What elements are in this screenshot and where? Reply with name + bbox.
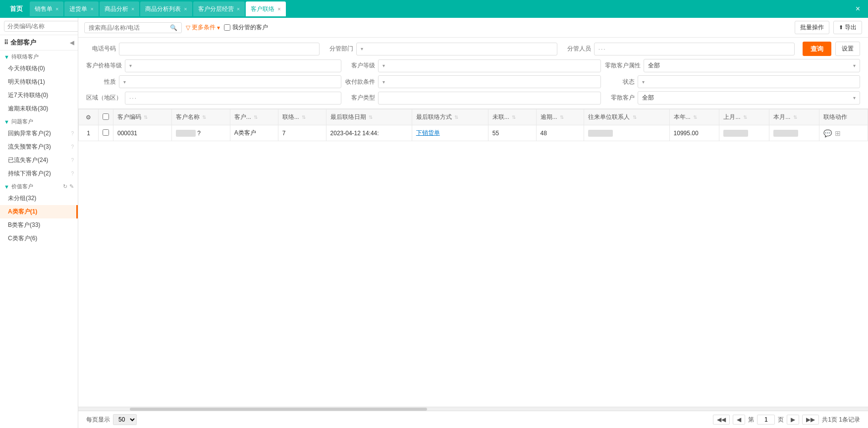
sidebar-item-overdue[interactable]: 逾期未联络(30) <box>0 102 78 115</box>
sidebar-item-lost-label: 已流失客户(24) <box>8 156 48 164</box>
problem-group-label: 问题客户 <box>11 118 33 125</box>
filter-price-level-input[interactable]: ▾ <box>125 59 341 72</box>
select-all-checkbox[interactable] <box>103 113 109 120</box>
filter-status-input[interactable]: ▾ <box>638 75 860 88</box>
sort-icon: ⇅ <box>512 114 516 120</box>
filter-region-input[interactable]: ··· <box>125 92 341 105</box>
th-unit-contact[interactable]: 往来单位联系人 ⇅ <box>584 109 669 125</box>
td-last-contact-method[interactable]: 下销货单 <box>412 125 488 141</box>
nav-tab-customer-contact-label: 客户联络 <box>251 5 274 13</box>
main-layout: 🔍 ⠿ 全部客户 ◀ ▼ 待联络客户 今天待联络(0) 明天待联络(1) 近7天… <box>0 18 868 428</box>
last-contact-method-link[interactable]: 下销货单 <box>416 129 440 136</box>
sidebar-item-b-class-label: B类客户(33) <box>8 221 40 229</box>
close-icon[interactable]: × <box>131 6 134 12</box>
th-action-label: 联络动作 <box>823 113 847 120</box>
refresh-icon[interactable]: ↻ <box>63 183 67 190</box>
sort-icon: ⇅ <box>254 114 258 120</box>
sidebar-item-overdue-label: 逾期未联络(30) <box>8 105 48 113</box>
th-this-month[interactable]: 本月... ⇅ <box>769 109 819 125</box>
my-customers-checkbox[interactable] <box>224 24 230 31</box>
this-month-blurred <box>773 130 798 137</box>
th-category[interactable]: 客户... ⇅ <box>230 109 278 125</box>
filter-nature-label: 性质 <box>86 78 116 86</box>
settings-icon[interactable]: ⚙ <box>86 114 91 121</box>
sidebar-item-c-class[interactable]: C类客户(6) <box>0 232 78 245</box>
filter-search-input[interactable] <box>89 24 168 31</box>
nav-tab-analysis-list[interactable]: 商品分析列表 × <box>140 1 192 16</box>
sidebar-item-loss-warning[interactable]: 流失预警客户(3) ? <box>0 140 78 154</box>
th-overdue[interactable]: 逾期... ⇅ <box>536 109 584 125</box>
last-page-button[interactable]: ▶▶ <box>802 415 819 425</box>
filter-customer-level-input[interactable]: ▾ <box>378 59 600 72</box>
sidebar-search-input[interactable] <box>4 21 78 32</box>
settings-button[interactable]: 设置 <box>835 42 860 56</box>
close-icon[interactable]: × <box>90 6 93 12</box>
data-table-wrap: ⚙ 客户编码 ⇅ 客户名称 ⇅ <box>78 109 868 407</box>
query-button[interactable]: 查询 <box>803 42 831 56</box>
horizontal-scrollbar[interactable] <box>78 407 868 411</box>
sidebar-item-repurchase[interactable]: 回购异常客户(2) ? <box>0 127 78 140</box>
th-last-contact-date[interactable]: 最后联络日期 ⇅ <box>326 109 412 125</box>
export-label: 导出 <box>845 23 857 32</box>
sidebar-item-lost[interactable]: 已流失客户(24) ? <box>0 154 78 167</box>
filter-person-input[interactable]: ··· <box>594 43 795 55</box>
filter-customer-type-input[interactable] <box>378 92 600 105</box>
filter-zero-retail-attr: 零散客户属性 全部 ▾ <box>605 59 860 72</box>
nav-tab-customer-tier[interactable]: 客户分层经营 × <box>193 1 245 16</box>
filter-zero-retail-input[interactable]: 全部 ▾ <box>638 91 860 105</box>
th-this-year[interactable]: 本年... ⇅ <box>669 109 719 125</box>
close-icon[interactable]: × <box>55 6 58 12</box>
th-code[interactable]: 客户编码 ⇅ <box>113 109 172 125</box>
edit-icon[interactable]: ✎ <box>69 183 74 190</box>
sidebar-item-b-class[interactable]: B类客户(33) <box>0 218 78 232</box>
first-page-button[interactable]: ◀◀ <box>713 415 730 425</box>
arrow-icon: ▾ <box>853 95 856 101</box>
th-last-contact-method[interactable]: 最后联络方式 ⇅ <box>412 109 488 125</box>
prev-page-button[interactable]: ◀ <box>733 415 745 425</box>
sidebar-item-unclassified[interactable]: 未分组(32) <box>0 192 78 205</box>
sidebar-all-customers[interactable]: ⠿ 全部客户 ◀ <box>0 35 78 51</box>
close-icon[interactable]: × <box>237 6 240 12</box>
filter-zero-retail-attr-input[interactable]: 全部 ▾ <box>644 59 860 72</box>
nav-tab-purchase[interactable]: 进货单 × <box>64 1 98 16</box>
message-icon[interactable]: 💬 <box>823 129 832 137</box>
more-conditions-button[interactable]: ▽ 更多条件 ▾ <box>186 23 220 32</box>
th-no-contact[interactable]: 未联... ⇅ <box>488 109 536 125</box>
close-icon[interactable]: × <box>277 6 280 12</box>
scrollbar-thumb[interactable] <box>130 408 427 411</box>
th-name[interactable]: 客户名称 ⇅ <box>171 109 230 125</box>
filter-phone-input[interactable] <box>119 43 320 55</box>
close-icon[interactable]: × <box>184 6 187 12</box>
filter-dept-input[interactable]: ▾ <box>356 43 557 55</box>
sidebar-item-7days[interactable]: 近7天待联络(0) <box>0 89 78 102</box>
th-last-month[interactable]: 上月... ⇅ <box>719 109 769 125</box>
filter-payment-input[interactable]: ▾ <box>378 75 600 88</box>
search-icon[interactable]: 🔍 <box>170 24 177 31</box>
grid-icon[interactable]: ⊞ <box>835 129 841 137</box>
arrow-icon: ▾ <box>361 46 363 52</box>
nav-home[interactable]: 首页 <box>4 0 29 18</box>
batch-op-button[interactable]: 批量操作 <box>795 21 829 34</box>
filter-nature-input[interactable]: ▾ <box>119 75 341 88</box>
th-contact[interactable]: 联络... ⇅ <box>278 109 326 125</box>
nav-tab-sales[interactable]: 销售单 × <box>30 1 63 16</box>
sidebar-item-7days-label: 近7天待联络(0) <box>8 91 48 100</box>
export-button[interactable]: ⬆ 导出 <box>833 21 862 34</box>
sidebar-item-declining[interactable]: 持续下滑客户(2) ? <box>0 167 78 180</box>
filter-payment: 收付款条件 ▾ <box>345 75 600 88</box>
nav-tab-customer-contact[interactable]: 客户联络 × <box>246 1 285 16</box>
question-icon: ? <box>71 158 74 163</box>
filter-customer-level: 客户等级 ▾ <box>345 59 600 72</box>
sidebar-item-a-class[interactable]: A类客户(1) <box>0 205 78 218</box>
nav-tab-analysis[interactable]: 商品分析 × <box>100 1 139 16</box>
filter-phone-label: 电话号码 <box>86 45 116 53</box>
row-checkbox[interactable] <box>103 129 109 136</box>
sidebar-item-tomorrow[interactable]: 明天待联络(1) <box>0 75 78 89</box>
window-close-button[interactable]: × <box>852 2 864 15</box>
per-page-select[interactable]: 50 <box>113 414 137 425</box>
sidebar-item-today[interactable]: 今天待联络(0) <box>0 62 78 75</box>
next-page-button[interactable]: ▶ <box>787 415 799 425</box>
my-customers-filter[interactable]: 我分管的客户 <box>224 23 268 32</box>
page-input[interactable]: 1 <box>757 415 775 425</box>
td-code: 000031 <box>113 125 172 141</box>
